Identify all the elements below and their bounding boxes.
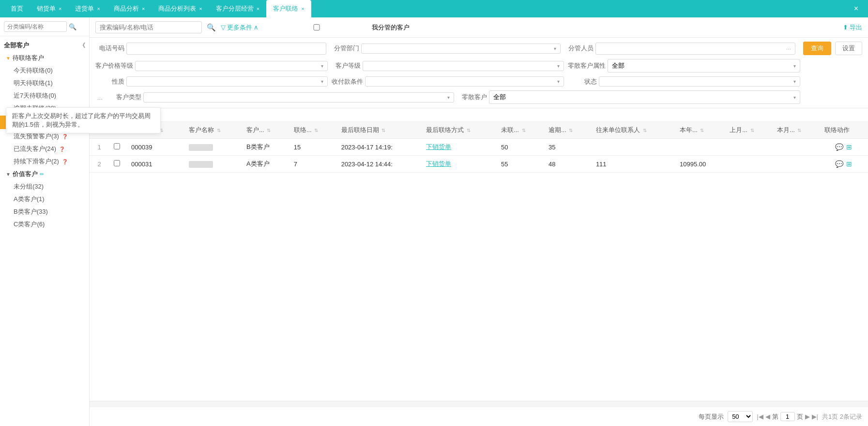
row-2-checkbox[interactable] xyxy=(114,160,120,166)
my-customer-checkbox[interactable] xyxy=(263,24,370,30)
row-code-1: 000039 xyxy=(126,139,184,156)
sidebar-item-declining[interactable]: 持续下滑客户(2) ❓ xyxy=(0,155,89,168)
sort-contact-count-icon[interactable]: ⇅ xyxy=(314,128,318,133)
sort-last-way-icon[interactable]: ⇅ xyxy=(467,128,471,133)
sidebar-item-class-c[interactable]: C类客户(6) xyxy=(0,218,89,231)
nav-purchase[interactable]: 进货单 × xyxy=(68,0,107,17)
page-last-btn[interactable]: ▶| xyxy=(812,413,818,420)
sidebar-item-class-b[interactable]: B类客户(33) xyxy=(0,206,89,218)
row-last-way-link-1[interactable]: 下销货单 xyxy=(426,143,451,150)
sort-last-month-icon[interactable]: ⇅ xyxy=(750,128,754,133)
filter-row-4: ... 客户类型 ▾ 零散客户 全部 ▾ xyxy=(95,90,862,104)
row-2-more-icon[interactable]: ⊞ xyxy=(846,160,852,168)
sidebar-item-churned[interactable]: 已流失客户(24) ❓ xyxy=(0,143,89,155)
churned-help-icon[interactable]: ❓ xyxy=(59,147,65,152)
export-btn[interactable]: ⬆ 导出 xyxy=(843,23,862,32)
table-toolbar: ⚙ xyxy=(90,108,868,122)
nav-goods-analysis-list[interactable]: 商品分析列表 × xyxy=(152,0,209,17)
sort-this-year-icon[interactable]: ⇅ xyxy=(700,128,704,133)
sort-cust-level-icon[interactable]: ⇅ xyxy=(267,128,271,133)
nav-sales[interactable]: 销货单 × xyxy=(30,0,68,17)
sort-name-icon[interactable]: ⇅ xyxy=(217,128,221,133)
row-last-way-2: 下销货单 xyxy=(421,156,496,173)
sidebar-item-unclassified[interactable]: 未分组(32) xyxy=(0,180,89,193)
content-area: 🔍 ▽ 更多条件 ∧ 我分管的客户 ⬆ 导出 电话号码 xyxy=(90,17,868,426)
table-bottom-scrollbar[interactable] xyxy=(90,401,868,407)
nav-home[interactable]: 首页 xyxy=(4,0,30,17)
row-uncontacted-2: 55 xyxy=(496,156,544,173)
sidebar-item-class-a[interactable]: A类客户(1) xyxy=(0,193,89,206)
query-button[interactable]: 查询 xyxy=(803,42,831,55)
filter-cust-type: 客户类型 ▾ xyxy=(112,92,455,103)
sidebar-item-tomorrow[interactable]: 明天待联络(1) xyxy=(0,77,89,89)
sidebar-search-icon[interactable]: 🔍 xyxy=(69,23,76,30)
filter-cust-type-select[interactable]: ▾ xyxy=(143,92,455,103)
filter-pay-terms-select[interactable]: ▾ xyxy=(365,76,564,87)
row-overdue-1: 35 xyxy=(544,139,591,156)
row-this-month-1 xyxy=(772,139,820,156)
page-first-btn[interactable]: |◀ xyxy=(757,413,763,420)
sidebar-item-today[interactable]: 今天待联络(0) xyxy=(0,64,89,77)
current-page-input[interactable] xyxy=(780,412,795,421)
nav-goods-analysis[interactable]: 商品分析 × xyxy=(107,0,152,17)
sort-uncontacted-icon[interactable]: ⇅ xyxy=(522,128,526,133)
filter-retail-customer: 零散客户 全部 ▾ xyxy=(458,90,800,104)
more-conditions-dots[interactable]: ... xyxy=(95,94,105,101)
close-all-btn[interactable]: × xyxy=(854,4,864,13)
table-scroll-area[interactable]: 客户编码 ⇅ 客户名称 ⇅ 客户... ⇅ xyxy=(90,122,868,401)
page-next-btn[interactable]: ▶ xyxy=(805,413,810,420)
nav-customer-segment[interactable]: 客户分层经营 × xyxy=(209,0,266,17)
sidebar-value-customer-header[interactable]: ▼ 价值客户 ✏ xyxy=(0,168,89,180)
sidebar-all-customers-header[interactable]: 全部客户 《 xyxy=(0,39,89,52)
sort-last-date-icon[interactable]: ⇅ xyxy=(381,128,385,133)
declining-help-icon[interactable]: ❓ xyxy=(62,159,68,164)
my-customer-checkbox-area[interactable]: 我分管的客户 xyxy=(263,23,410,32)
close-customer-contact-icon[interactable]: × xyxy=(301,6,304,12)
sidebar-item-7days[interactable]: 近7天待联络(0) xyxy=(0,89,89,102)
row-1-contact-icon[interactable]: 💬 xyxy=(835,143,843,151)
filter-status-select[interactable]: ▾ xyxy=(599,76,800,87)
close-goods-list-icon[interactable]: × xyxy=(199,6,202,12)
filter-cust-level-select[interactable]: ▾ xyxy=(363,61,564,71)
value-customer-edit-icon[interactable]: ✏ xyxy=(40,171,44,177)
row-1-checkbox[interactable] xyxy=(114,143,120,149)
filter-retail-customer-select[interactable]: 全部 ▾ xyxy=(489,90,800,104)
close-sales-icon[interactable]: × xyxy=(59,6,61,12)
filter-retail-customer-value: 全部 xyxy=(493,93,506,102)
search-bar: 🔍 ▽ 更多条件 ∧ 我分管的客户 ⬆ 导出 xyxy=(90,17,868,38)
filter-person-select[interactable]: ··· xyxy=(595,43,795,55)
page-label: 第 xyxy=(772,412,778,421)
sidebar-search-input[interactable] xyxy=(4,21,67,32)
close-customer-segment-icon[interactable]: × xyxy=(257,6,259,12)
settings-button[interactable]: 设置 xyxy=(835,42,862,55)
sort-overdue-icon[interactable]: ⇅ xyxy=(569,128,573,133)
row-contacts-2: 111 xyxy=(591,156,675,173)
page-size-select[interactable]: 50 100 200 xyxy=(728,411,753,422)
sort-this-month-icon[interactable]: ⇅ xyxy=(797,128,801,133)
row-cust-level-2: A类客户 xyxy=(242,156,289,173)
search-input[interactable] xyxy=(95,21,202,33)
row-last-way-link-2[interactable]: 下销货单 xyxy=(426,160,451,167)
page-prev-btn[interactable]: ◀ xyxy=(765,413,770,420)
row-name-1 xyxy=(184,139,242,156)
filter-price-level-select[interactable]: ▾ xyxy=(135,61,328,71)
sidebar-wait-contact-section[interactable]: ▼ 待联络客户 xyxy=(0,52,89,64)
filter-dept-select[interactable]: ▾ xyxy=(361,44,561,54)
filter-row-2: 客户价格等级 ▾ 客户等级 ▾ 零散客户属性 全部 xyxy=(95,59,862,73)
filter-retail-attr-label: 零散客户属性 xyxy=(568,61,606,70)
close-purchase-icon[interactable]: × xyxy=(97,6,100,12)
more-conditions-btn[interactable]: ▽ 更多条件 ∧ xyxy=(221,23,259,32)
nav-customer-contact[interactable]: 客户联络 × xyxy=(266,0,311,17)
sort-contacts-icon[interactable]: ⇅ xyxy=(643,128,647,133)
sidebar: 🔍 全部客户 《 ▼ 待联络客户 今天待联络(0) 明天待联络(1) 近7天待联… xyxy=(0,17,90,426)
filter-phone-input[interactable] xyxy=(126,43,326,55)
row-2-contact-icon[interactable]: 💬 xyxy=(835,160,843,168)
sidebar-collapse-icon[interactable]: 《 xyxy=(79,42,85,50)
search-button-icon[interactable]: 🔍 xyxy=(207,23,216,32)
row-1-more-icon[interactable]: ⊞ xyxy=(846,143,852,151)
row-last-date-2: 2023-04-12 14:44: xyxy=(336,156,421,173)
close-goods-analysis-icon[interactable]: × xyxy=(142,6,145,12)
filter-gender-select[interactable]: ▾ xyxy=(126,76,328,87)
filter-retail-attr-select[interactable]: 全部 ▾ xyxy=(608,59,800,73)
churn-warning-help-icon[interactable]: ❓ xyxy=(62,134,68,139)
